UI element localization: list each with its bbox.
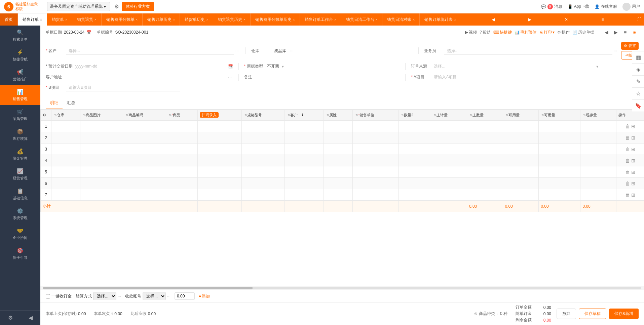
row-goods[interactable] xyxy=(166,144,197,155)
row-warehouse[interactable] xyxy=(51,166,80,178)
row-customer-code[interactable] xyxy=(285,121,324,132)
tab-sales-order[interactable]: 销售订单 × xyxy=(18,13,47,26)
row-qty2[interactable] xyxy=(398,189,431,201)
tab-sales-fee-history[interactable]: 销售费用分摊单历史 × xyxy=(251,13,300,26)
account-select[interactable]: 选择... xyxy=(143,292,166,300)
messages-btn[interactable]: 💬 9 消息 xyxy=(541,4,562,9)
one-click-check[interactable] xyxy=(46,294,50,298)
row-spec[interactable] xyxy=(242,144,285,155)
copy-row-btn[interactable]: ⊞ xyxy=(631,192,635,198)
address-input[interactable] xyxy=(66,73,227,81)
a-project-input[interactable] xyxy=(431,73,598,81)
row-attr[interactable] xyxy=(324,166,353,178)
save-new-btn[interactable]: 保存&新增 xyxy=(609,309,639,319)
row-unit[interactable] xyxy=(353,144,399,155)
row-qty2[interactable] xyxy=(398,144,431,155)
row-goods[interactable] xyxy=(166,121,197,132)
row-spec[interactable] xyxy=(242,132,285,144)
row-customer-code[interactable] xyxy=(285,144,324,155)
tab-sales-slip-history[interactable]: 销货单历史 × xyxy=(180,13,213,26)
row-qty2[interactable] xyxy=(398,155,431,166)
close-icon[interactable]: × xyxy=(243,18,245,22)
profit-action[interactable]: 📊 毛利预估 xyxy=(515,30,536,35)
remark-input[interactable] xyxy=(264,73,400,81)
sidebar-item-marketing[interactable]: 📢 营销推广 xyxy=(0,65,40,85)
close-icon[interactable]: × xyxy=(454,18,456,22)
tab-menu[interactable]: ≡ xyxy=(599,13,607,26)
scroll-bar[interactable] xyxy=(40,286,644,290)
row-warehouse[interactable] xyxy=(51,178,80,189)
settings-bottom-icon[interactable]: ⚙ xyxy=(7,313,14,322)
close-icon[interactable]: × xyxy=(173,18,175,22)
system-selector[interactable]: 装备及固定资产辅助管理系统 ▾ xyxy=(47,2,110,11)
calendar-icon[interactable]: 📅 xyxy=(86,30,91,35)
copy-row-btn[interactable]: ⊞ xyxy=(631,158,635,163)
address-more-icon[interactable]: ··· xyxy=(227,75,233,80)
row-spec[interactable] xyxy=(242,189,285,201)
row-customer-code[interactable] xyxy=(285,178,324,189)
row-spec[interactable] xyxy=(242,121,285,132)
collapse-icon[interactable]: ◀ xyxy=(27,313,34,322)
list-view-btn[interactable]: ≡ xyxy=(621,28,629,36)
app-download-btn[interactable]: 📱 App下载 xyxy=(568,4,589,9)
tab-sales-slip[interactable]: 销货单 × xyxy=(47,13,72,26)
copy-row-btn[interactable]: ⊞ xyxy=(631,124,635,129)
row-attr[interactable] xyxy=(324,155,353,166)
dropdown-arrow-icon[interactable]: ▾ xyxy=(282,64,284,69)
delivery-date-input[interactable] xyxy=(73,63,227,70)
tab-sales-workbench[interactable]: 销售订单工作台 × xyxy=(300,13,341,26)
tab-sales-return-history[interactable]: 销货退货历史 × xyxy=(213,13,251,26)
close-icon[interactable]: × xyxy=(293,18,295,22)
help-action[interactable]: ? 帮助 xyxy=(480,30,491,35)
row-spec[interactable] xyxy=(242,178,285,189)
delete-row-btn[interactable]: 🗑 xyxy=(625,124,630,129)
float-star-btn[interactable]: ☆ xyxy=(632,88,644,100)
row-qty2[interactable] xyxy=(398,178,431,189)
row-goods[interactable] xyxy=(166,155,197,166)
copy-row-btn[interactable]: ⊞ xyxy=(631,169,635,175)
close-icon[interactable]: × xyxy=(40,18,42,22)
copy-row-btn[interactable]: ⊞ xyxy=(631,147,635,152)
payment-method-select[interactable]: 选择... xyxy=(93,292,116,300)
order-source-dropdown-icon[interactable]: ▾ xyxy=(596,64,598,69)
sidebar-item-search[interactable]: 🔍 搜索菜单 xyxy=(0,26,40,45)
row-code[interactable] xyxy=(123,178,166,189)
sidebar-item-system[interactable]: ⚙️ 系统管理 xyxy=(0,204,40,224)
grid-view-btn[interactable]: ⊞ xyxy=(631,28,639,36)
row-warehouse[interactable] xyxy=(51,144,80,155)
delete-row-btn[interactable]: 🗑 xyxy=(625,135,630,140)
row-warehouse[interactable] xyxy=(51,189,80,201)
tab-detail[interactable]: 明细 xyxy=(46,97,63,109)
customer-input[interactable] xyxy=(66,47,234,55)
sidebar-item-guide[interactable]: 🎯 新手引导 xyxy=(0,244,40,263)
row-warehouse[interactable] xyxy=(51,121,80,132)
user-btn[interactable]: 用户 xyxy=(622,3,640,11)
row-unit[interactable] xyxy=(353,155,399,166)
tab-next[interactable]: ▶ xyxy=(526,13,534,26)
float-edit-btn[interactable]: ✎ xyxy=(632,76,644,88)
row-unit[interactable] xyxy=(353,121,399,132)
row-attr[interactable] xyxy=(324,189,353,201)
save-draft-btn[interactable]: 保存草稿 xyxy=(579,309,606,319)
row-code[interactable] xyxy=(123,121,166,132)
th-settings[interactable]: ⚙ xyxy=(41,110,51,121)
close-icon[interactable]: × xyxy=(136,18,138,22)
row-code[interactable] xyxy=(123,166,166,178)
row-attr[interactable] xyxy=(324,121,353,132)
close-icon[interactable]: × xyxy=(206,18,208,22)
delete-row-btn[interactable]: 🗑 xyxy=(625,147,630,152)
tab-sales-stat[interactable]: 销售订单统计表 × xyxy=(420,13,461,26)
close-icon[interactable]: × xyxy=(94,18,97,22)
next-record-btn[interactable]: ▶ xyxy=(612,28,620,36)
close-icon[interactable]: × xyxy=(413,18,415,22)
prev-record-btn[interactable]: ◀ xyxy=(602,28,610,36)
tab-home[interactable]: 首页 xyxy=(0,13,18,26)
row-unit[interactable] xyxy=(353,189,399,201)
payment-more-icon[interactable]: ··· xyxy=(118,294,121,298)
sidebar-item-sales[interactable]: 📊 销售管理 xyxy=(0,85,40,105)
staff-input[interactable] xyxy=(444,47,612,55)
discard-btn[interactable]: 放弃 xyxy=(557,309,576,319)
tab-sales-return[interactable]: 销货退货 × xyxy=(72,13,102,26)
sidebar-item-finance[interactable]: 💰 资金管理 xyxy=(0,145,40,164)
sidebar-item-inventory[interactable]: 📦 库存核算 xyxy=(0,125,40,145)
